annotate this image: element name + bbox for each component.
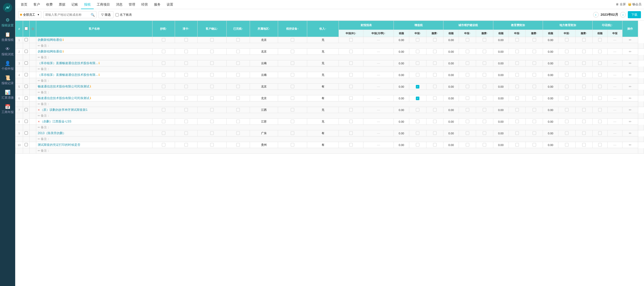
table-wrap[interactable]: # ⚙ 客户名称 抄税↑ 清卡↑ 客户确认↑ 已完税↑ 所属地区↑ 税控设备↑ …: [15, 21, 644, 286]
row-select-cell[interactable]: [23, 49, 30, 55]
row-operations[interactable]: ✏: [622, 142, 638, 148]
note-edit-icon[interactable]: ✏: [38, 79, 40, 82]
customer-name-link[interactable]: （库存核算）直播畅速通信息技术股份有限...: [38, 73, 98, 77]
row-checkbox[interactable]: [25, 50, 28, 53]
sidebar-item-tax-records[interactable]: 📜 报税记录: [0, 73, 15, 87]
row-select-cell[interactable]: [23, 107, 30, 113]
row-operations[interactable]: ✏: [622, 84, 638, 90]
row-operations[interactable]: ✏: [622, 49, 638, 55]
row-operations[interactable]: ✏: [622, 37, 638, 43]
row-checkbox[interactable]: [25, 143, 28, 146]
nav-operations[interactable]: 经营: [138, 0, 151, 9]
row-checkbox[interactable]: [25, 38, 28, 41]
note-content[interactable]: ✏ 备注：: [36, 113, 638, 119]
row-select-cell[interactable]: [23, 60, 30, 66]
customer-name-link[interactable]: 勿删新锐网络通信: [38, 38, 62, 42]
edit-icon[interactable]: ✏: [629, 50, 632, 53]
edit-icon[interactable]: ✏: [629, 61, 632, 65]
search-icon[interactable]: 🔍: [91, 13, 95, 17]
note-content[interactable]: ✏ 备注：: [36, 55, 638, 60]
row-select-cell[interactable]: [23, 130, 30, 136]
row-operations[interactable]: ✏: [622, 130, 638, 136]
customer-name-link[interactable]: （勿删）江西股金-LSS: [40, 120, 71, 123]
row-select-cell[interactable]: [23, 84, 30, 90]
note-content[interactable]: ✏ 备注：: [36, 90, 638, 95]
row-checkbox[interactable]: [25, 96, 28, 100]
row-checkbox[interactable]: [25, 61, 28, 65]
nav-tax[interactable]: 报税: [81, 0, 94, 9]
note-edit-icon[interactable]: ✏: [38, 56, 40, 59]
note-edit-icon[interactable]: ✏: [38, 114, 40, 117]
nav-management[interactable]: 管理: [126, 0, 138, 9]
sidebar-item-annual-report[interactable]: 📅 工商年报: [0, 102, 15, 116]
nav-billing[interactable]: 收费: [43, 0, 56, 9]
search-input[interactable]: [45, 13, 91, 16]
nav-service[interactable]: 服务: [151, 0, 164, 9]
edit-icon[interactable]: ✏: [629, 96, 632, 100]
row-checkbox[interactable]: [25, 120, 28, 123]
th-select-all[interactable]: [23, 21, 30, 37]
th-col-setting[interactable]: ⚙: [30, 21, 36, 37]
nav-home[interactable]: 首页: [18, 0, 30, 9]
note-edit-icon[interactable]: ✏: [38, 91, 40, 94]
nav-industrial[interactable]: 工商项目: [94, 0, 113, 9]
sidebar-item-summary[interactable]: 📊 汇算清缴: [0, 87, 15, 102]
nav-message[interactable]: 消息: [113, 0, 126, 9]
row-checkbox[interactable]: [25, 108, 28, 111]
note-edit-icon[interactable]: ✏: [38, 137, 40, 140]
nav-invoice[interactable]: 票据: [56, 0, 68, 9]
row-select-cell[interactable]: [23, 72, 30, 78]
edit-icon[interactable]: ✏: [629, 131, 632, 135]
customer-name-link[interactable]: 勿删新锐网络通信: [38, 50, 62, 53]
edit-icon[interactable]: ✏: [629, 108, 632, 112]
edit-icon[interactable]: ✏: [629, 143, 632, 147]
select-all-checkbox[interactable]: [25, 27, 28, 30]
note-content[interactable]: ✏ 备注：: [36, 148, 638, 154]
note-content[interactable]: ✏ 备注：: [36, 78, 638, 84]
sidebar-item-tax-view[interactable]: 👁 报税浏览: [0, 44, 15, 59]
row-checkbox[interactable]: [25, 73, 28, 76]
note-edit-icon[interactable]: ✏: [38, 102, 40, 105]
next-date-btn[interactable]: ›: [620, 12, 626, 17]
row-operations[interactable]: ✏: [622, 107, 638, 113]
customer-name-link[interactable]: 测试斯套的凭证打印的时候是否: [38, 143, 80, 147]
prev-date-btn[interactable]: ‹: [593, 12, 599, 17]
note-edit-icon[interactable]: ✏: [38, 67, 40, 70]
customer-name-link[interactable]: （库存核算）直播畅速通信息技术股份有限...: [38, 61, 98, 65]
fullscreen-btn[interactable]: 🖥 全屏: [616, 2, 626, 7]
note-content[interactable]: ✏ 备注：: [36, 66, 638, 72]
note-content[interactable]: ✏ 备注：: [36, 125, 638, 130]
row-select-cell[interactable]: [23, 95, 30, 101]
row-operations[interactable]: ✏: [622, 95, 638, 101]
note-edit-icon[interactable]: ✏: [38, 44, 40, 47]
row-checkbox[interactable]: [25, 85, 28, 88]
nav-settings[interactable]: 设置: [164, 0, 176, 9]
row-operations[interactable]: ✏: [622, 60, 638, 66]
filter-button[interactable]: ▽ 筛选: [99, 11, 113, 18]
customer-name-link[interactable]: 畅速通信息技术股份有限公司民珠测试: [38, 85, 89, 88]
note-content[interactable]: ✏ 备注：: [36, 43, 638, 49]
note-edit-icon[interactable]: ✏: [38, 126, 40, 129]
customer-name-link[interactable]: 畅速通信息技术股份有限公司民珠测试: [38, 96, 89, 100]
edit-icon[interactable]: ✏: [629, 73, 632, 77]
sidebar-item-personal-tax[interactable]: 👤 个税申报: [0, 59, 15, 73]
sidebar-item-tax-settings[interactable]: ⚙ 报税设置: [0, 15, 15, 30]
employee-filter[interactable]: 全部员工 ▼: [18, 11, 41, 18]
edit-icon[interactable]: ✏: [629, 85, 632, 88]
membership-btn[interactable]: 👑 畅会员: [628, 2, 641, 7]
named-list-checkbox[interactable]: [115, 13, 119, 16]
row-select-cell[interactable]: [23, 142, 30, 148]
download-button[interactable]: 下载: [628, 11, 641, 18]
row-operations[interactable]: ✏: [622, 119, 638, 125]
edit-icon[interactable]: ✏: [629, 120, 632, 123]
sidebar-item-batch-tax[interactable]: 📋 批量报税: [0, 30, 15, 44]
nav-bookkeeping[interactable]: 记账: [68, 0, 81, 9]
row-checkbox[interactable]: [25, 131, 28, 135]
note-content[interactable]: ✏ 备注：: [36, 101, 638, 107]
row-operations[interactable]: ✏: [622, 72, 638, 78]
nav-customer[interactable]: 客户: [30, 0, 43, 9]
edit-icon[interactable]: ✏: [629, 38, 632, 42]
note-content[interactable]: ✏ 备注：: [36, 136, 638, 142]
row-select-cell[interactable]: [23, 119, 30, 125]
customer-name-link[interactable]: （原）误删勿故李神牙测试斯套新1: [40, 108, 88, 112]
